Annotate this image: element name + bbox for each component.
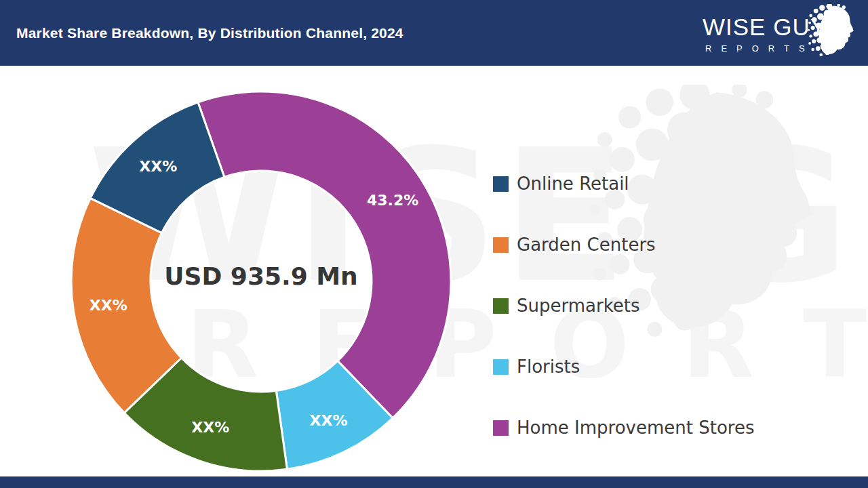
donut-center-value: USD 935.9 Mn	[164, 262, 357, 290]
chart-legend: Online RetailGarden CentersSupermarketsF…	[493, 174, 754, 438]
logo-face-icon	[806, 4, 857, 61]
page-title: Market Share Breakdown, By Distribution …	[16, 25, 403, 41]
legend-item-florists: Florists	[493, 357, 754, 377]
slice-label-home-improvement-stores: 43.2%	[367, 192, 418, 209]
legend-item-garden-centers: Garden Centers	[493, 235, 754, 255]
report-page: WISE GUY REPORTS 43.2%XX%XX%XX%XX%USD 93…	[0, 0, 868, 488]
legend-label-home-improvement-stores: Home Improvement Stores	[517, 418, 754, 438]
slice-label-garden-centers: XX%	[90, 297, 127, 314]
logo-reports-text: REPORTS	[705, 43, 814, 54]
legend-label-supermarkets: Supermarkets	[517, 296, 640, 316]
slice-label-florists: XX%	[310, 412, 348, 429]
footer-bar	[0, 476, 868, 488]
legend-item-online-retail: Online Retail	[493, 174, 754, 194]
legend-item-supermarkets: Supermarkets	[493, 296, 754, 316]
legend-swatch-home-improvement-stores	[493, 420, 509, 436]
legend-item-home-improvement-stores: Home Improvement Stores	[493, 418, 754, 438]
legend-label-garden-centers: Garden Centers	[517, 235, 656, 255]
slice-label-supermarkets: XX%	[191, 419, 229, 436]
legend-swatch-garden-centers	[493, 237, 509, 253]
header-bar: Market Share Breakdown, By Distribution …	[0, 0, 868, 66]
slice-label-online-retail: XX%	[139, 158, 177, 175]
donut-slice-home-improvement-stores	[198, 92, 451, 418]
legend-label-online-retail: Online Retail	[517, 174, 629, 194]
legend-swatch-online-retail	[493, 176, 509, 192]
legend-swatch-florists	[493, 359, 509, 375]
legend-swatch-supermarkets	[493, 298, 509, 314]
wise-guy-reports-logo: WISE GUY REPORTS	[698, 3, 859, 64]
legend-label-florists: Florists	[517, 357, 580, 377]
